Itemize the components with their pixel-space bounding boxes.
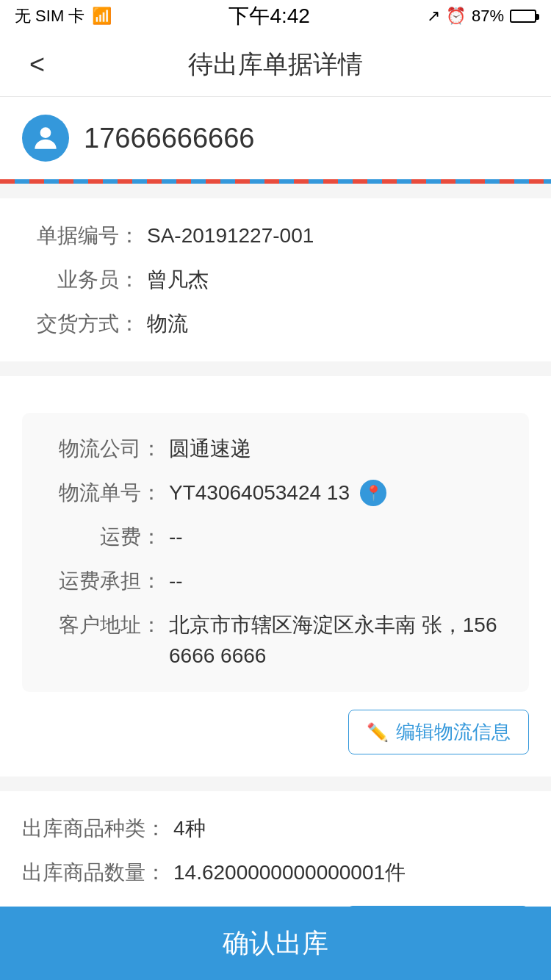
- status-time: 下午4:42: [228, 2, 310, 30]
- goods-type-label: 出库商品种类：: [22, 813, 166, 844]
- basic-info-section: 单据编号： SA-20191227-001 业务员： 曾凡杰 交货方式： 物流: [0, 198, 551, 361]
- freight-bearer-label: 运费承担：: [44, 566, 162, 597]
- logistics-section: 物流公司： 圆通速递 物流单号： YT43064053424 13 运费： --…: [0, 376, 551, 777]
- doc-number-value: SA-20191227-001: [147, 220, 529, 251]
- logistics-company-label: 物流公司：: [44, 433, 162, 464]
- edit-logistics-label: 编辑物流信息: [396, 719, 511, 745]
- logistics-company-value: 圆通速递: [169, 433, 507, 464]
- freight-bearer-value: --: [169, 566, 507, 597]
- svg-point-0: [40, 127, 51, 138]
- salesman-row: 业务员： 曾凡杰: [22, 264, 529, 295]
- delivery-label: 交货方式：: [22, 309, 140, 339]
- nav-bar: < 待出库单据详情: [0, 32, 551, 97]
- back-button[interactable]: <: [22, 42, 52, 87]
- freight-label: 运费：: [44, 522, 162, 552]
- freight-value: --: [169, 522, 507, 552]
- tracking-row: 物流单号： YT43064053424 13: [44, 478, 507, 508]
- goods-quantity-label: 出库商品数量：: [22, 857, 166, 888]
- tracking-label: 物流单号：: [44, 478, 162, 508]
- status-bar: 无 SIM 卡 📶 下午4:42 ↗ ⏰ 87%: [0, 0, 551, 32]
- freight-bearer-row: 运费承担： --: [44, 566, 507, 597]
- edit-icon: ✏️: [367, 722, 389, 743]
- battery-percent: 87%: [472, 7, 504, 26]
- alarm-icon: ⏰: [446, 7, 466, 26]
- salesman-value: 曾凡杰: [147, 264, 529, 295]
- tracking-value: YT43064053424 13: [169, 478, 507, 508]
- confirm-button-label: 确认出库: [223, 926, 328, 962]
- goods-type-value: 4种: [173, 813, 529, 844]
- delivery-value: 物流: [147, 309, 529, 339]
- tracking-number: YT43064053424 13: [169, 478, 350, 508]
- wifi-icon: 📶: [92, 7, 112, 26]
- location-icon[interactable]: [360, 480, 386, 506]
- salesman-label: 业务员：: [22, 264, 140, 295]
- doc-number-row: 单据编号： SA-20191227-001: [22, 220, 529, 251]
- confirm-section[interactable]: 确认出库: [0, 907, 551, 980]
- logistics-company-row: 物流公司： 圆通速递: [44, 433, 507, 464]
- address-row: 客户地址： 北京市市辖区海淀区永丰南 张，156 6666 6666: [44, 610, 507, 671]
- address-label: 客户地址：: [44, 610, 162, 641]
- status-right: ↗ ⏰ 87%: [427, 7, 536, 26]
- customer-header: 17666666666: [0, 97, 551, 179]
- avatar: [22, 115, 69, 162]
- delivery-row: 交货方式： 物流: [22, 309, 529, 339]
- goods-type-row: 出库商品种类： 4种: [22, 813, 529, 844]
- decorative-border: [0, 179, 551, 184]
- carrier-label: 无 SIM 卡: [15, 5, 84, 27]
- customer-phone: 17666666666: [84, 123, 254, 154]
- logistics-card: 物流公司： 圆通速递 物流单号： YT43064053424 13 运费： --…: [22, 413, 529, 692]
- page-title: 待出库单据详情: [188, 48, 363, 82]
- person-icon: [29, 122, 62, 154]
- status-left: 无 SIM 卡 📶: [15, 5, 112, 27]
- freight-row: 运费： --: [44, 522, 507, 552]
- edit-logistics-container: ✏️ 编辑物流信息: [22, 710, 529, 754]
- goods-quantity-value: 14.6200000000000001件: [173, 857, 529, 888]
- address-value: 北京市市辖区海淀区永丰南 张，156 6666 6666: [169, 610, 507, 671]
- goods-quantity-row: 出库商品数量： 14.6200000000000001件: [22, 857, 529, 888]
- edit-logistics-button[interactable]: ✏️ 编辑物流信息: [348, 710, 529, 754]
- battery-icon: [510, 10, 536, 23]
- location-service-icon: ↗: [427, 7, 440, 26]
- doc-number-label: 单据编号：: [22, 220, 140, 251]
